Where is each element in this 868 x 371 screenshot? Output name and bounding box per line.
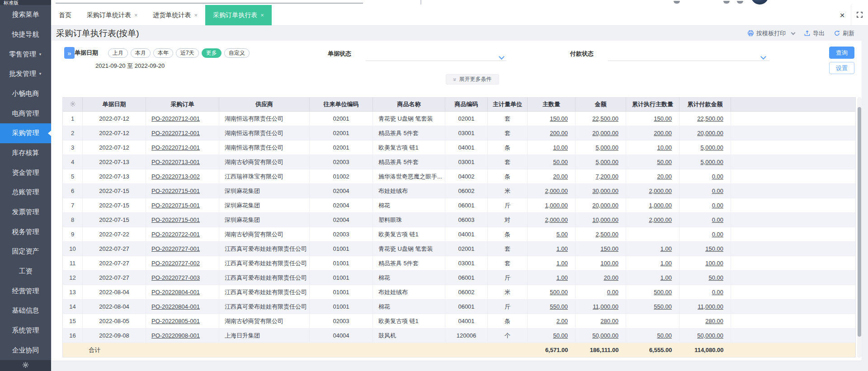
po-link[interactable]: PO-20220908-001: [151, 332, 200, 339]
paid-link[interactable]: 22,500.00: [697, 115, 723, 122]
expand-more-conditions-button[interactable]: » 展开更多条件: [446, 74, 499, 85]
sidebar-item-8[interactable]: 资金管理: [0, 163, 51, 183]
column-header-0[interactable]: 单据日期: [83, 98, 146, 112]
column-header-5[interactable]: 商品编码: [445, 98, 488, 112]
paid-link[interactable]: 50.00: [708, 274, 723, 281]
column-header-2[interactable]: 供应商: [219, 98, 310, 112]
exec-qty-link[interactable]: 50.00: [657, 332, 672, 339]
po-link[interactable]: PO-20220722-001: [151, 231, 200, 238]
po-link[interactable]: PO-20220715-001: [151, 188, 200, 194]
amount-link[interactable]: 22,500.00: [592, 115, 618, 122]
exec-qty-link[interactable]: 150.00: [654, 115, 672, 122]
exec-qty-link[interactable]: 1.00: [660, 260, 672, 267]
paid-link[interactable]: 0.00: [712, 202, 723, 209]
bell-icon[interactable]: [723, 1, 730, 4]
column-header-10[interactable]: 累计付款金额: [679, 98, 731, 112]
tab-2[interactable]: 进货单统计表×: [146, 5, 206, 25]
amount-link[interactable]: 11,000.00: [593, 303, 618, 310]
column-header-7[interactable]: 主数量: [528, 98, 576, 112]
qty-link[interactable]: 10.00: [553, 144, 568, 151]
qty-link[interactable]: 1.00: [557, 245, 568, 252]
po-link[interactable]: PO-20220712-001: [151, 144, 200, 151]
exec-qty-link[interactable]: 550.00: [654, 303, 672, 310]
po-link[interactable]: PO-20220804-001: [151, 303, 200, 310]
qty-link[interactable]: 20.00: [553, 173, 568, 180]
date-pill-0[interactable]: 上月: [108, 48, 128, 58]
po-link[interactable]: PO-20220712-001: [151, 130, 200, 136]
tab-0[interactable]: 首页: [51, 5, 79, 25]
po-link[interactable]: PO-20220805-001: [151, 318, 200, 324]
qty-link[interactable]: 50.00: [553, 159, 568, 165]
exec-qty-link[interactable]: 10.00: [657, 144, 672, 151]
qty-link[interactable]: 550.00: [550, 303, 568, 310]
print-by-template-button[interactable]: 按模板打印: [747, 29, 795, 38]
date-pill-4[interactable]: 更多: [202, 48, 222, 58]
column-header-4[interactable]: 商品名称: [373, 98, 445, 112]
qty-link[interactable]: 200.00: [550, 130, 568, 136]
qty-link[interactable]: 50.00: [553, 332, 568, 339]
column-header-1[interactable]: 采购订单: [146, 98, 219, 112]
qty-link[interactable]: 1.00: [557, 274, 568, 281]
amount-link[interactable]: 2,500.00: [595, 231, 618, 238]
amount-link[interactable]: 280.00: [600, 318, 618, 324]
amount-link[interactable]: 0.00: [607, 289, 618, 296]
exec-qty-link[interactable]: 2,000.00: [649, 188, 672, 194]
query-button[interactable]: 查询: [829, 47, 854, 59]
qty-link[interactable]: 150.00: [550, 115, 568, 122]
amount-link[interactable]: 150.00: [600, 245, 618, 252]
paid-link[interactable]: 5,000.00: [700, 159, 723, 165]
po-link[interactable]: PO-20220715-001: [151, 202, 200, 209]
exec-qty-link[interactable]: 2,000.00: [649, 216, 672, 223]
qty-link[interactable]: 2.00: [557, 318, 568, 324]
refresh-button[interactable]: 刷新: [834, 29, 854, 38]
sidebar-item-16[interactable]: 系统管理: [0, 321, 51, 341]
exec-qty-link[interactable]: 500.00: [654, 289, 672, 296]
paid-link[interactable]: 0.00: [712, 289, 723, 296]
sidebar-item-17[interactable]: 企业协同: [0, 340, 51, 360]
paid-link[interactable]: 5,000.00: [700, 144, 723, 151]
sidebar-item-13[interactable]: 工资: [0, 262, 51, 282]
vertical-scrollbar[interactable]: [857, 97, 862, 358]
po-link[interactable]: PO-20220713-002: [151, 173, 200, 180]
close-icon[interactable]: ×: [134, 12, 138, 19]
po-link[interactable]: PO-20220804-001: [151, 289, 200, 296]
close-icon[interactable]: ×: [194, 12, 198, 19]
qty-link[interactable]: 500.00: [550, 289, 568, 296]
amount-link[interactable]: 20,000.00: [592, 202, 618, 209]
sidebar-item-14[interactable]: 经营管理: [0, 281, 51, 301]
collapse-filter-button[interactable]: »: [64, 47, 75, 59]
close-icon[interactable]: ×: [260, 12, 264, 19]
exec-qty-link[interactable]: 1.00: [660, 245, 672, 252]
paid-link[interactable]: 150.00: [705, 245, 723, 252]
qty-link[interactable]: 1.00: [557, 260, 568, 267]
column-header-3[interactable]: 往来单位编码: [310, 98, 373, 112]
settings-button[interactable]: 设置: [829, 62, 854, 74]
exec-qty-link[interactable]: 1.00: [660, 274, 672, 281]
amount-link[interactable]: 5,000.00: [595, 159, 618, 165]
sidebar-item-12[interactable]: 固定资产: [0, 242, 51, 262]
paid-link[interactable]: 280.00: [705, 318, 723, 324]
chevron-down-icon[interactable]: [499, 54, 505, 60]
po-link[interactable]: PO-20220712-001: [151, 115, 200, 122]
paid-link[interactable]: 0.00: [712, 188, 723, 194]
po-link[interactable]: PO-20220727-002: [151, 260, 200, 267]
sidebar-settings-button[interactable]: [0, 360, 51, 371]
qty-link[interactable]: 5.00: [557, 231, 568, 238]
sidebar-item-4[interactable]: 小畅电商: [0, 84, 51, 104]
sidebar-item-3[interactable]: 批发管理▼: [0, 64, 51, 84]
date-pill-5[interactable]: 自定义: [224, 48, 250, 58]
paid-link[interactable]: 11,000.00: [698, 303, 723, 310]
payment-status-select[interactable]: [608, 61, 769, 61]
paid-link[interactable]: 0.00: [712, 216, 723, 223]
date-pill-2[interactable]: 本年: [153, 48, 173, 58]
paid-link[interactable]: 0.00: [712, 231, 723, 238]
sidebar-item-15[interactable]: 基础信息: [0, 301, 51, 321]
tab-1[interactable]: 采购订单统计表×: [79, 5, 146, 25]
amount-link[interactable]: 7,200.00: [595, 173, 618, 180]
scrollbar-thumb[interactable]: [858, 107, 861, 337]
column-settings-button[interactable]: [63, 98, 83, 112]
sidebar-item-5[interactable]: 电商管理: [0, 103, 51, 123]
sidebar-item-2[interactable]: 零售管理▼: [0, 44, 51, 64]
help-icon[interactable]: [737, 1, 743, 4]
sidebar-item-10[interactable]: 发票管理: [0, 202, 51, 222]
